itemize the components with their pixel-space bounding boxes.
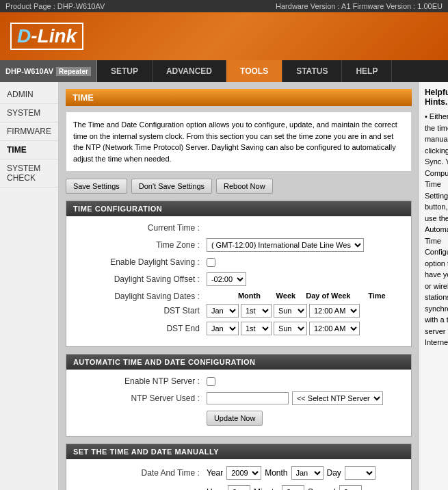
tab-tools[interactable]: TOOLS (226, 60, 282, 82)
ntp-enable-control (207, 377, 215, 386)
day-select[interactable] (345, 466, 375, 480)
dst-end-dow[interactable]: SunMonTueWed ThuFriSat (274, 322, 307, 335)
dst-start-selects: JanFebMarApr MayJunJulAug SepOctNovDec 1… (207, 304, 360, 318)
nav-brand: DHP-W610AV Repeater (0, 60, 97, 82)
auto-config-body: Enable NTP Server : NTP Server Used : <<… (66, 370, 411, 436)
dst-end-month[interactable]: JanFebMarApr MayJunJulAug SepOctNovDec (207, 322, 239, 335)
hour-label: Hour (207, 487, 224, 490)
tab-help[interactable]: HELP (342, 60, 392, 82)
dst-offset-control: -02:00 (207, 272, 246, 286)
info-box: The Time and Date Configuration option a… (66, 112, 412, 172)
tab-advanced[interactable]: ADVANCED (153, 60, 226, 82)
ntp-enable-checkbox[interactable] (207, 377, 215, 386)
dst-offset-row: Daylight Saving Offset : -02:00 (77, 272, 401, 286)
content: TIME The Time and Date Configuration opt… (59, 82, 419, 490)
ntp-enable-label: Enable NTP Server : (77, 376, 207, 386)
col-month: Month (230, 292, 268, 300)
day-label: Day (327, 468, 341, 478)
manual-config-section: SET THE TIME AND DATE MANUALLY Date And … (66, 443, 412, 490)
tab-setup[interactable]: SETUP (97, 60, 153, 82)
top-button-row: Save Settings Don't Save Settings Reboot… (66, 179, 412, 194)
date-control: Year 200920102011 Month JanFebMarApr May… (207, 466, 375, 480)
dst-start-time[interactable]: 12:00 AM (309, 304, 360, 318)
sidebar: ADMIN SYSTEM FIRMWARE TIME SYSTEM CHECK (0, 82, 59, 490)
sidebar-item-systemcheck[interactable]: SYSTEM CHECK (0, 159, 58, 188)
ntp-server-input[interactable] (207, 392, 289, 404)
save-settings-button[interactable]: Save Settings (66, 179, 127, 194)
product-info: Product Page : DHP-W610AV (5, 2, 105, 10)
dst-start-dow[interactable]: SunMonTueWed ThuFriSat (274, 304, 307, 318)
sidebar-item-system[interactable]: SYSTEM (0, 104, 58, 122)
dst-dates-label: Daylight Saving Dates : (77, 292, 207, 301)
dst-enable-row: Enable Daylight Saving : (77, 257, 401, 267)
second-label: Second (308, 487, 336, 490)
dst-start-label: DST Start (77, 306, 207, 315)
dst-start-week[interactable]: 1st2nd3rd4th (241, 304, 272, 318)
second-select[interactable]: 0 (339, 485, 362, 490)
info-text: The Time and Date Configuration option a… (73, 120, 397, 163)
sidebar-item-firmware[interactable]: FIRMWARE (0, 122, 58, 141)
hints-title: Helpful Hints... (425, 88, 448, 107)
dlink-logo: D-Link (10, 23, 83, 50)
dst-enable-control (207, 258, 215, 267)
dst-offset-label: Daylight Saving Offset : (77, 274, 207, 284)
ntp-server-control: << Select NTP Server (207, 391, 383, 405)
nav-tabs: SETUP ADVANCED TOOLS STATUS HELP (97, 60, 448, 82)
dst-end-row: DST End JanFebMarApr MayJunJulAug SepOct… (77, 322, 401, 335)
dst-start-month[interactable]: JanFebMarApr MayJunJulAug SepOctNovDec (207, 304, 239, 318)
timezone-row: Time Zone : ( GMT-12:00) International D… (77, 238, 401, 252)
nav-bar: DHP-W610AV Repeater SETUP ADVANCED TOOLS… (0, 60, 448, 82)
header: D-Link (0, 12, 448, 60)
current-time-row: Current Time : (77, 223, 401, 233)
timezone-select[interactable]: ( GMT-12:00) International Date Line Wes… (207, 238, 364, 252)
tab-status[interactable]: STATUS (282, 60, 342, 82)
month-label: Month (265, 468, 287, 478)
update-now-button[interactable]: Update Now (207, 411, 263, 426)
auto-config-header: AUTOMATIC TIME AND DATE CONFIGURATION (66, 354, 411, 370)
dst-offset-select[interactable]: -02:00 (207, 272, 246, 286)
update-now-row: Update Now (207, 411, 401, 426)
ntp-enable-row: Enable NTP Server : (77, 376, 401, 386)
time-config-body: Current Time : Time Zone : ( GMT-12:00) … (66, 216, 411, 346)
month-select[interactable]: JanFebMarApr MayJunJulAug SepOctNovDec (291, 466, 324, 480)
current-time-label: Current Time : (77, 223, 207, 233)
repeater-badge: Repeater (56, 67, 91, 76)
hints-text: • Either enter the time manually by clic… (425, 111, 448, 348)
col-time: Time (353, 292, 401, 300)
time-config-section: TIME CONFIGURATION Current Time : Time Z… (66, 201, 412, 347)
dont-save-button[interactable]: Don't Save Settings (131, 179, 212, 194)
reboot-button[interactable]: Reboot Now (216, 179, 273, 194)
timezone-control: ( GMT-12:00) International Date Line Wes… (207, 238, 364, 252)
dst-end-time[interactable]: 12:00 AM (309, 322, 360, 335)
time-config-header: TIME CONFIGURATION (66, 201, 411, 216)
minute-label: Minute (254, 487, 278, 490)
sidebar-item-admin[interactable]: ADMIN (0, 86, 58, 104)
ntp-server-label: NTP Server Used : (77, 394, 207, 403)
sidebar-item-time[interactable]: TIME (0, 141, 58, 159)
time-control: Hour 0 Minute 0 Second 0 (207, 485, 362, 490)
auto-config-section: AUTOMATIC TIME AND DATE CONFIGURATION En… (66, 354, 412, 437)
outer-wrapper: ADMIN SYSTEM FIRMWARE TIME SYSTEM CHECK … (0, 82, 448, 490)
dst-start-row: DST Start JanFebMarApr MayJunJulAug SepO… (77, 304, 401, 318)
ntp-server-select[interactable]: << Select NTP Server (292, 391, 383, 405)
firmware-info: Hardware Version : A1 Firmware Version :… (276, 2, 443, 10)
dst-end-label: DST End (77, 324, 207, 333)
date-row: Date And Time : Year 200920102011 Month … (77, 466, 401, 480)
ntp-server-row: NTP Server Used : << Select NTP Server (77, 391, 401, 405)
manual-config-body: Date And Time : Year 200920102011 Month … (66, 459, 411, 490)
datetime-label: Date And Time : (77, 468, 207, 478)
dst-end-selects: JanFebMarApr MayJunJulAug SepOctNovDec 1… (207, 322, 360, 335)
year-select[interactable]: 200920102011 (226, 466, 261, 480)
hour-select[interactable]: 0 (228, 485, 250, 490)
year-label: Year (207, 468, 223, 478)
page-title: TIME (66, 89, 412, 106)
col-dow: Day of Week (304, 292, 353, 300)
manual-config-header: SET THE TIME AND DATE MANUALLY (66, 444, 411, 459)
dst-end-week[interactable]: 1st2nd3rd4th (241, 322, 272, 335)
timezone-label: Time Zone : (77, 240, 207, 250)
minute-select[interactable]: 0 (282, 485, 304, 490)
time-row: Hour 0 Minute 0 Second 0 (77, 485, 401, 490)
dst-enable-checkbox[interactable] (207, 258, 215, 267)
dst-enable-label: Enable Daylight Saving : (77, 257, 207, 267)
dst-col-headers: Month Week Day of Week Time (230, 292, 401, 300)
